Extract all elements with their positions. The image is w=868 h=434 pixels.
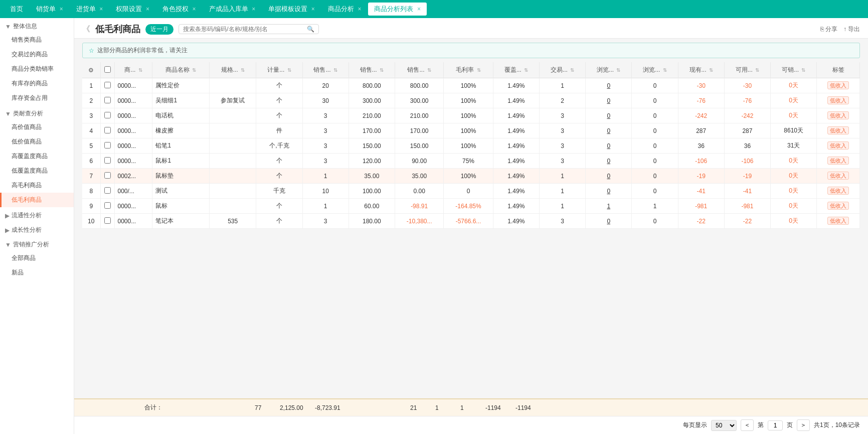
row-checkbox[interactable]	[104, 112, 111, 118]
cell-browse1[interactable]: 0	[586, 184, 632, 199]
nav-roles-close[interactable]: ×	[193, 6, 196, 13]
nav-home[interactable]: 首页	[4, 3, 29, 16]
cell-check[interactable]	[100, 154, 114, 169]
cell-check[interactable]	[100, 108, 114, 123]
th-browse2[interactable]: 浏览... ⇅	[632, 62, 678, 78]
row-checkbox[interactable]	[104, 172, 111, 179]
cell-browse1[interactable]: 0	[586, 93, 632, 108]
th-browse1[interactable]: 浏览... ⇅	[586, 62, 632, 78]
nav-permissions[interactable]: 权限设置 ×	[110, 3, 155, 16]
cell-check[interactable]	[100, 138, 114, 154]
nav-template-close[interactable]: ×	[311, 6, 315, 13]
next-page-btn[interactable]: ＞	[797, 419, 810, 431]
sidebar-group-category[interactable]: ▼ 类耐查分析	[0, 105, 74, 120]
th-gross-rate[interactable]: 毛利率 ⇅	[444, 62, 493, 78]
sidebar-group-growth[interactable]: ▶ 成长性分析	[0, 222, 74, 236]
nav-goods-analysis-list-close[interactable]: ×	[417, 6, 421, 13]
sidebar-group-flow[interactable]: ▶ 流通性分析	[0, 207, 74, 222]
sidebar-item-capital[interactable]: 库存资金占用	[0, 91, 74, 105]
cell-check[interactable]	[100, 214, 114, 229]
th-available-qty[interactable]: 可用... ⇅	[724, 62, 770, 78]
cell-sales-qty: 1	[302, 199, 349, 214]
nav-goods-analysis[interactable]: 商品分析 ×	[322, 3, 368, 16]
sidebar-item-sales-goods[interactable]: 销售类商品	[0, 33, 74, 47]
nav-sales-close[interactable]: ×	[60, 6, 63, 13]
sidebar-item-stock-goods[interactable]: 有库存的商品	[0, 76, 74, 91]
sidebar-group-overall[interactable]: ▼ 整体信息	[0, 18, 74, 33]
sidebar-item-category-rate[interactable]: 商品分类助销率	[0, 62, 74, 76]
row-checkbox[interactable]	[104, 142, 111, 149]
date-filter-btn[interactable]: 近一月	[145, 24, 173, 35]
settings-icon[interactable]: ⚙	[88, 67, 94, 74]
cell-tag: 低收入	[817, 199, 860, 214]
th-saleable-qty[interactable]: 可销... ⇅	[771, 62, 817, 78]
sidebar-item-high-value[interactable]: 高价值商品	[0, 120, 74, 134]
row-checkbox[interactable]	[104, 202, 111, 209]
row-checkbox[interactable]	[104, 217, 111, 224]
cell-check[interactable]	[100, 123, 114, 138]
row-checkbox[interactable]	[104, 82, 111, 88]
cell-check[interactable]	[100, 184, 114, 199]
nav-purchase[interactable]: 进货单 ×	[70, 3, 109, 16]
cell-browse1[interactable]: 0	[586, 154, 632, 169]
cell-current-qty: 36	[678, 138, 724, 154]
cell-browse1[interactable]: 0	[586, 108, 632, 123]
nav-goods-analysis-list[interactable]: 商品分析列表 ×	[368, 3, 427, 16]
th-cover-rate[interactable]: 覆盖... ⇅	[493, 62, 539, 78]
sidebar-item-low-margin[interactable]: 低毛利商品	[0, 193, 74, 207]
cell-browse1[interactable]: 1	[586, 199, 632, 214]
nav-product-entry-close[interactable]: ×	[252, 6, 255, 13]
cell-check[interactable]	[100, 169, 114, 184]
nav-goods-analysis-close[interactable]: ×	[358, 6, 361, 13]
th-check[interactable]	[100, 62, 114, 78]
sidebar-item-traded-goods[interactable]: 交易过的商品	[0, 47, 74, 62]
row-checkbox[interactable]	[104, 97, 111, 103]
cell-browse1[interactable]: 0	[586, 169, 632, 184]
row-checkbox[interactable]	[104, 187, 111, 194]
th-unit[interactable]: 计量... ⇅	[256, 62, 302, 78]
cell-check[interactable]	[100, 199, 114, 214]
nav-sales[interactable]: 销货单 ×	[30, 3, 69, 16]
cell-browse1[interactable]: 0	[586, 123, 632, 138]
cell-browse1[interactable]: 0	[586, 78, 632, 93]
th-code[interactable]: 商... ⇅	[114, 62, 152, 78]
th-spec[interactable]: 规格... ⇅	[210, 62, 256, 78]
nav-permissions-close[interactable]: ×	[146, 6, 149, 13]
row-checkbox[interactable]	[104, 127, 111, 133]
sidebar-item-high-margin[interactable]: 高毛利商品	[0, 178, 74, 193]
select-all-checkbox[interactable]	[104, 66, 111, 73]
sidebar-item-all-goods[interactable]: 全部商品	[0, 251, 74, 265]
sidebar-group-marketing[interactable]: ▼ 营销推广分析	[0, 236, 74, 251]
nav-purchase-close[interactable]: ×	[99, 6, 103, 13]
search-icon[interactable]: 🔍	[307, 26, 314, 33]
cell-browse1[interactable]: 0	[586, 214, 632, 229]
sidebar-item-high-coverage[interactable]: 高覆盖度商品	[0, 149, 74, 164]
search-input[interactable]	[183, 26, 307, 33]
page-label: 页	[787, 421, 793, 429]
collapse-sidebar-btn[interactable]: 《	[82, 24, 90, 35]
prev-page-btn[interactable]: ＜	[741, 419, 754, 431]
th-name[interactable]: 商品名称 ⇅	[152, 62, 210, 78]
cell-check[interactable]	[100, 78, 114, 93]
export-btn[interactable]: ↑ 导出	[843, 25, 860, 34]
sidebar-item-low-coverage[interactable]: 低覆盖度商品	[0, 164, 74, 178]
th-sales-qty[interactable]: 销售... ⇅	[302, 62, 349, 78]
page-number-input[interactable]	[768, 420, 783, 430]
cell-browse1[interactable]: 0	[586, 138, 632, 154]
th-sales-price[interactable]: 销售... ⇅	[349, 62, 395, 78]
nav-template[interactable]: 单据模板设置 ×	[262, 3, 321, 16]
nav-roles[interactable]: 角色授权 ×	[156, 3, 202, 16]
row-checkbox[interactable]	[104, 157, 111, 164]
nav-product-entry[interactable]: 产成品入库单 ×	[203, 3, 262, 16]
share-btn[interactable]: ⎘ 分享	[820, 25, 837, 34]
th-current-qty[interactable]: 现有... ⇅	[678, 62, 724, 78]
th-settings[interactable]: ⚙	[82, 62, 100, 78]
th-trade[interactable]: 交易... ⇅	[539, 62, 585, 78]
cell-check[interactable]	[100, 93, 114, 108]
cell-saleable-qty: 0天	[771, 199, 817, 214]
sidebar-item-new-goods[interactable]: 新品	[0, 265, 74, 280]
table-wrapper[interactable]: ⚙ 商... ⇅ 商品名称 ⇅ 规格... ⇅ 计量... ⇅ 销售... ⇅ …	[74, 62, 868, 398]
page-size-select[interactable]: 50 20 100	[711, 420, 737, 431]
th-sales-gross[interactable]: 销售... ⇅	[395, 62, 443, 78]
sidebar-item-low-value[interactable]: 低价值商品	[0, 134, 74, 149]
